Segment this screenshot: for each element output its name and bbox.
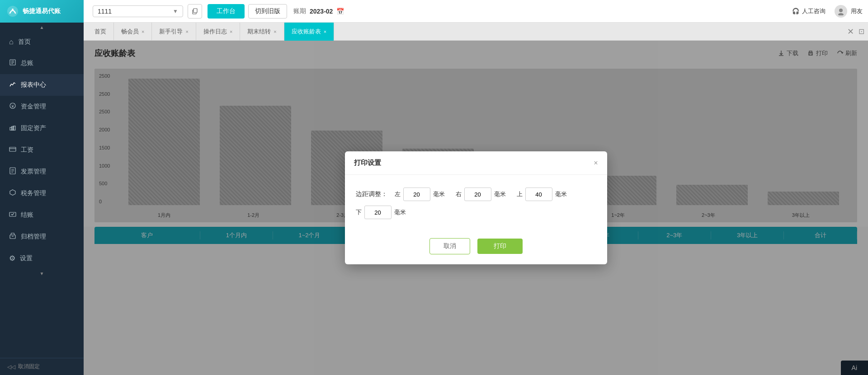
tab-member[interactable]: 畅会员 × [114,23,152,41]
maximize-button[interactable]: ⊡ [859,27,864,36]
tab-ar-aging[interactable]: 应收账龄表 × [284,23,334,41]
margin-bottom-unit: 毫米 [394,208,406,216]
sidebar-item-label: 归档管理 [21,233,46,241]
sidebar-collapse-button[interactable]: ◁◁ 取消固定 [0,358,84,375]
margin-left-input[interactable] [403,188,430,201]
sidebar-item-label: 发票管理 [21,168,46,176]
sidebar-scroll-down[interactable]: ▼ [0,269,84,278]
margin-top-input[interactable] [525,188,552,201]
salary-icon [9,145,16,155]
user-area[interactable]: 用友 [835,5,863,18]
sidebar-item-invoice[interactable]: 发票管理 [0,161,84,183]
sidebar-item-checkout[interactable]: 结账 [0,204,84,226]
margin-bottom-label: 下 [356,208,362,216]
collapse-label: 取消固定 [18,363,40,370]
sidebar-item-settings[interactable]: ⚙ 设置 [0,248,84,269]
period-label: 账期 [293,7,306,15]
tabs-bar: 首页 畅会员 × 新手引导 × 操作日志 × 期末结转 × 应收账龄表 × [84,23,868,41]
tab-ar-aging-close[interactable]: × [324,29,326,34]
tab-guide-label: 新手引导 [159,28,183,36]
page-content: 应收账龄表 下载 打印 刷新 [84,41,868,375]
sidebar-item-home[interactable]: ⌂ 首页 [0,32,84,52]
tab-oplog-label: 操作日志 [203,28,227,36]
dialog-close-button[interactable]: × [594,159,598,167]
svg-rect-22 [10,235,15,239]
logo-text: 畅捷通易代账 [23,7,61,15]
sidebar-item-ledger[interactable]: 总账 [0,52,84,74]
home-icon: ⌂ [9,38,14,46]
margin-top-unit: 毫米 [555,190,567,198]
sidebar-item-label: 报表中心 [21,81,46,89]
sidebar-item-tax[interactable]: 税务管理 [0,183,84,204]
sidebar-item-label: 总账 [21,59,33,67]
margin-right-input[interactable] [464,188,491,201]
sidebar-item-label: 固定资产 [21,124,46,132]
funds-icon: ¥ [9,102,16,111]
tabs-right: ✕ ⊡ [847,27,864,37]
sidebar-item-label: 结账 [21,211,33,219]
copy-button[interactable] [188,4,202,19]
tab-guide-close[interactable]: × [185,29,188,34]
period-area: 账期 2023-02 📅 [293,7,344,15]
company-selector[interactable]: 1111 ▼ [93,5,183,17]
main-layout: ▲ ⌂ 首页 总账 报表中心 ¥ 资金管理 固定资产 [0,23,868,375]
svg-rect-14 [12,127,14,130]
avatar [835,5,847,18]
service-label: 人工咨询 [802,7,826,15]
page-inner: 应收账龄表 下载 打印 刷新 [84,41,868,375]
margin-top-label: 上 [517,190,523,198]
tab-oplog[interactable]: 操作日志 × [196,23,240,41]
print-settings-dialog: 打印设置 × 边距调整： 左 毫米 右 [345,151,607,264]
workbench-button[interactable]: 工作台 [208,4,245,19]
dialog-header: 打印设置 × [345,151,607,175]
margin-bottom-input[interactable] [364,206,392,219]
sidebar-item-assets[interactable]: 固定资产 [0,117,84,139]
dialog-title: 打印设置 [354,159,381,167]
svg-point-4 [839,9,843,12]
content-area: 首页 畅会员 × 新手引导 × 操作日志 × 期末结转 × 应收账龄表 × [84,23,868,375]
archive-icon [9,232,16,241]
sidebar-item-salary[interactable]: 工资 [0,139,84,161]
svg-rect-3 [193,9,197,13]
margin-left-label: 左 [395,190,401,198]
close-window-button[interactable]: ✕ [847,27,854,37]
tab-period-end[interactable]: 期末结转 × [240,23,284,41]
company-name: 1111 [98,8,170,15]
svg-rect-12 [10,127,12,130]
top-header: 畅捷通易代账 1111 ▼ 工作台 切到旧版 账期 2023-02 📅 🎧 人工… [0,0,868,23]
sidebar-scroll-up[interactable]: ▲ [0,23,84,32]
dialog-body: 边距调整： 左 毫米 右 毫米 [345,175,607,232]
margin-left-unit: 毫米 [433,190,445,198]
tab-member-close[interactable]: × [142,29,144,34]
invoice-icon [9,167,16,176]
service-button[interactable]: 🎧 人工咨询 [792,7,826,15]
sidebar-item-reports[interactable]: 报表中心 [0,74,84,96]
settings-icon: ⚙ [9,254,15,262]
svg-point-0 [7,6,18,17]
sidebar-item-funds[interactable]: ¥ 资金管理 [0,96,84,117]
tab-oplog-close[interactable]: × [230,29,232,34]
margin-right-group: 右 毫米 [456,188,506,201]
header-right: 🎧 人工咨询 用友 [792,5,863,18]
user-label: 用友 [851,7,863,15]
assets-icon [9,124,16,133]
period-value: 2023-02 [310,8,333,15]
tab-period-end-close[interactable]: × [274,29,276,34]
tab-home[interactable]: 首页 [87,23,114,41]
tab-home-label: 首页 [94,28,106,36]
calendar-icon[interactable]: 📅 [336,8,344,15]
switch-old-button[interactable]: 切到旧版 [248,4,287,19]
cancel-button[interactable]: 取消 [429,238,470,254]
print-confirm-button[interactable]: 打印 [477,239,523,254]
sidebar-item-label: 工资 [21,146,33,154]
chevron-down-icon: ▼ [173,8,178,14]
sidebar: ▲ ⌂ 首页 总账 报表中心 ¥ 资金管理 固定资产 [0,23,84,375]
margin-right-unit: 毫米 [494,190,506,198]
ledger-icon [9,59,16,68]
sidebar-item-label: 首页 [18,38,31,46]
margin-top-group: 上 毫米 [517,188,567,201]
sidebar-item-archive[interactable]: 归档管理 [0,226,84,248]
tax-icon [9,189,16,198]
tab-guide[interactable]: 新手引导 × [152,23,196,41]
sidebar-item-label: 税务管理 [21,189,46,197]
